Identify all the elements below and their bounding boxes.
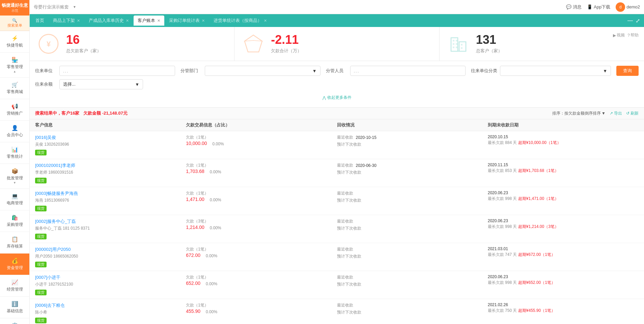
debt-label-2: 欠款（1笔） xyxy=(186,190,337,196)
remaining-select[interactable]: 选择... ▼ xyxy=(59,79,143,89)
overdue-link-5[interactable]: 超期¥652.00（1笔） xyxy=(518,280,555,285)
sidebar-item-retail-mall[interactable]: 🛒 零售商城 xyxy=(0,78,29,99)
payback-info-2: 最近收款 预计下次收款 xyxy=(337,190,488,203)
sidebar-item-wholesale[interactable]: 📦 批发管理 ▼ xyxy=(0,164,29,189)
sidebar-item-quick-nav[interactable]: ⚡ 快捷导航 xyxy=(0,31,29,53)
customer-name-2[interactable]: [0003]畅捷服务尹海燕 xyxy=(35,190,186,197)
export-button[interactable]: ↗ 导出 xyxy=(610,111,622,116)
sidebar-item-inventory[interactable]: 📋 库存核算 xyxy=(0,232,29,254)
message-label: 消息 xyxy=(573,4,582,10)
tab-home[interactable]: 首页 xyxy=(31,16,48,26)
refresh-label: 刷新 xyxy=(631,111,639,116)
view-btn[interactable]: ▶ 视频 xyxy=(613,32,625,38)
customer-name-4[interactable]: [000002]用户2050 xyxy=(35,246,186,253)
tab-close-icon[interactable]: ✕ xyxy=(264,19,267,23)
retail-stat-icon: 📊 xyxy=(1,146,28,153)
capital-icon: 💰 xyxy=(1,258,28,264)
col-customer: 客户信息 xyxy=(35,122,186,128)
help-icon: ? xyxy=(627,33,630,38)
customer-name-3[interactable]: [0002]服务中心_丁磊 xyxy=(35,218,186,225)
due-info-1: 2020.11.15 最长欠款 853 天 超期¥1,703.68（1笔） xyxy=(488,163,639,174)
avatar: d xyxy=(616,2,625,12)
sidebar-item-basic-info[interactable]: ℹ️ 基础信息 xyxy=(0,297,29,318)
manager-input[interactable]: ... xyxy=(350,66,466,76)
basic-info-icon: ℹ️ xyxy=(1,301,28,307)
tab-purchase-order[interactable]: 采购订单统计表 ✕ xyxy=(165,16,209,26)
app-download-btn[interactable]: 📱 App下载 xyxy=(587,4,610,10)
svg-rect-11 xyxy=(453,47,454,48)
customer-tag-5: 现货 xyxy=(35,290,47,295)
sort-button[interactable]: 排序：按欠款金额倒序排序 ▼ xyxy=(552,111,606,116)
overdue-link-3[interactable]: 超期¥1,214.00（3笔） xyxy=(518,224,559,229)
customer-sub-4: 用户2050 18665062050 xyxy=(35,254,186,259)
collapse-btn[interactable]: ⋀ 收起更多条件 xyxy=(35,93,639,102)
tab-close-icon[interactable]: ✕ xyxy=(77,19,80,23)
due-overdue-6: 最长欠款 750 天 超期¥455.90（1笔） xyxy=(488,308,639,314)
tab-close-icon[interactable]: ✕ xyxy=(126,19,129,23)
overdue-link-6[interactable]: 超期¥455.90（1笔） xyxy=(518,308,555,313)
due-info-6: 2021.02.26 最长欠款 750 天 超期¥455.90（1笔） xyxy=(488,302,639,314)
chevron-down-icon: ▼ xyxy=(135,82,139,87)
sidebar-item-capital[interactable]: 💰 资金管理 xyxy=(0,254,29,275)
tab-production-history[interactable]: 产成品入库单历史 ✕ xyxy=(85,16,133,26)
stat-debt-customers-label: 总欠款客户（家） xyxy=(66,48,101,54)
overdue-link-1[interactable]: 超期¥1,703.68（1笔） xyxy=(518,168,559,173)
yuan-icon: ¥ xyxy=(38,33,59,55)
from-unit-input[interactable]: ... xyxy=(59,66,175,76)
logo-sub: 示范 xyxy=(1,8,28,13)
tabs-fullscreen-btn[interactable]: ⤢ xyxy=(636,18,640,24)
sidebar-item-member[interactable]: 👤 会员中心 xyxy=(0,121,29,142)
sidebar-item-label: 零售商城 xyxy=(1,89,28,95)
tabs-minus-btn[interactable]: — xyxy=(627,18,633,24)
customer-info-3: [0002]服务中心_丁磊 服务中心_丁磊 181 0125 8371 现货 xyxy=(35,218,186,239)
sidebar-item-retail-mgmt[interactable]: 🏪 零售管理 ▲ xyxy=(0,53,29,78)
unit-category-label: 往来单位分类 xyxy=(471,68,497,74)
sidebar-item-purchase[interactable]: 🛍️ 采购管理 xyxy=(0,210,29,232)
sidebar-item-retail-stat[interactable]: 📊 零售统计 xyxy=(0,142,29,164)
app-download-label: App下载 xyxy=(594,4,610,10)
export-icon: ↗ xyxy=(610,111,613,116)
search-button[interactable]: 查询 xyxy=(616,66,639,76)
table-row: [0003]畅捷服务尹海燕 海燕 18513066976 现货 欠款（1笔） 1… xyxy=(30,187,644,215)
customer-name-1[interactable]: [0001020001]李老师 xyxy=(35,163,186,169)
table-row-inner: [0016]吴俊 吴俊 13026203696 现货 欠款（1笔） 10,000… xyxy=(30,131,644,159)
svg-rect-10 xyxy=(456,43,457,45)
customer-name-6[interactable]: [0006]去下粮仓 xyxy=(35,302,186,308)
building-icon xyxy=(448,33,469,55)
sidebar-item-system[interactable]: ⚙️ 系统管理 xyxy=(0,318,29,324)
debt-percent-5: 0.00% xyxy=(206,282,217,286)
sidebar-item-ecommerce[interactable]: 💻 电商管理 xyxy=(0,189,29,210)
sidebar-logo[interactable]: 畅捷通好生意 示范 xyxy=(0,0,29,16)
tab-customer-account[interactable]: 客户账本 ✕ xyxy=(134,16,164,26)
refresh-button[interactable]: ↺ 刷新 xyxy=(626,111,639,116)
payback-label-3: 最近收款 xyxy=(337,218,353,224)
due-date-6: 2021.02.26 xyxy=(488,302,639,307)
due-date-2: 2020.06.23 xyxy=(488,190,639,195)
message-btn[interactable]: 💬 消息 xyxy=(566,4,582,10)
table-row-inner: [0002]服务中心_丁磊 服务中心_丁磊 181 0125 8371 现货 欠… xyxy=(30,215,644,243)
dept-select[interactable]: ▼ xyxy=(205,66,320,76)
customer-name-5[interactable]: [0007]小进干 xyxy=(35,274,186,281)
help-btn[interactable]: ? 帮助 xyxy=(627,32,639,38)
collapse-label: 收起更多条件 xyxy=(327,95,352,100)
unit-category-select[interactable]: ▼ xyxy=(500,66,611,76)
table-row: [0007]小进干 小进干 18279152100 现货 欠款（1笔） 652.… xyxy=(30,271,644,299)
customer-name-0[interactable]: [0016]吴俊 xyxy=(35,135,186,141)
sort-icon: ▼ xyxy=(601,111,606,116)
overdue-link-0[interactable]: 超期¥10,000.00（1笔） xyxy=(518,140,561,145)
from-unit-label: 往来单位 xyxy=(35,68,57,74)
sidebar-search[interactable]: 🔍 搜索菜单 xyxy=(0,16,29,31)
user-menu[interactable]: d demo2 xyxy=(616,2,640,12)
overdue-link-4[interactable]: 超期¥672.00（1笔） xyxy=(518,252,555,257)
sidebar-item-operation[interactable]: 📈 经营管理 xyxy=(0,275,29,297)
sidebar-item-marketing[interactable]: 📢 营销推广 xyxy=(0,99,29,121)
due-info-5: 2020.06.23 最长欠款 998 天 超期¥652.00（1笔） xyxy=(488,274,639,286)
tab-inventory-stat[interactable]: 进货单统计表（按商品） ✕ xyxy=(209,16,271,26)
tab-close-icon[interactable]: ✕ xyxy=(202,19,205,23)
tab-close-icon[interactable]: ✕ xyxy=(157,19,160,23)
tab-product-offline[interactable]: 商品上下架 ✕ xyxy=(49,16,84,26)
filter-row-2: 往来余额 选择... ▼ xyxy=(35,79,639,89)
overdue-link-2[interactable]: 超期¥1,471.00（1笔） xyxy=(518,196,559,201)
due-overdue-1: 最长欠款 853 天 超期¥1,703.68（1笔） xyxy=(488,168,639,174)
from-unit-placeholder: ... xyxy=(63,68,69,73)
